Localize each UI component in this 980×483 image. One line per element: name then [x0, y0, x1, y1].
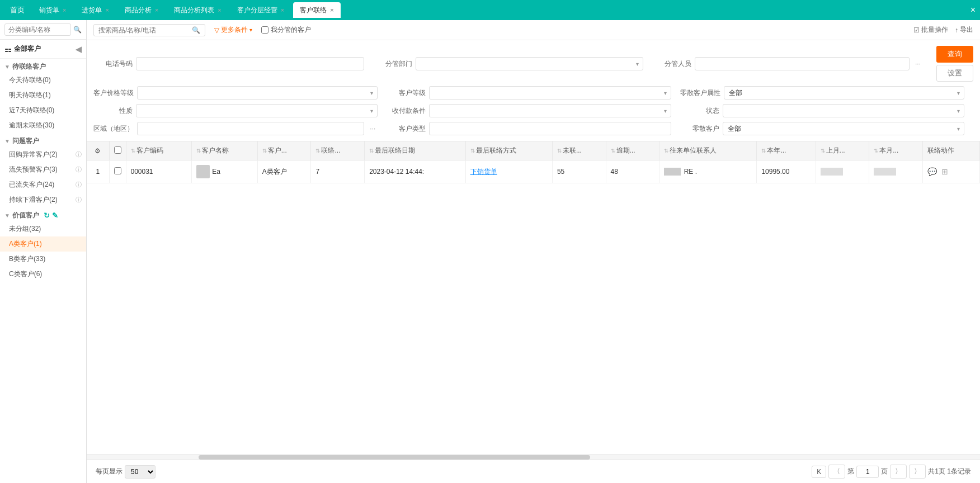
nav-tab-customer-segment[interactable]: 客户分层经营 × — [230, 2, 291, 18]
th-last-method[interactable]: ⇅最后联络方式 — [465, 141, 552, 160]
th-type[interactable]: ⇅客户... — [257, 141, 311, 160]
first-page-button[interactable]: K — [812, 466, 826, 478]
th-overdue[interactable]: ⇅逾期... — [606, 141, 659, 160]
chat-icon[interactable]: 💬 — [927, 167, 937, 176]
th-last-month[interactable]: ⇅上月... — [816, 141, 869, 160]
nav-tab-customer-contact[interactable]: 客户联络 × — [293, 2, 340, 18]
batch-icon: ☑ — [913, 26, 920, 34]
sort-icon: ⇅ — [369, 148, 374, 154]
th-no-contact[interactable]: ⇅未联... — [552, 141, 606, 160]
filter-customer-type-input[interactable] — [429, 122, 671, 135]
filter-label-region: 区域（地区） — [93, 124, 134, 134]
filter-customer-level-select[interactable] — [429, 86, 671, 100]
sidebar-item-overdue[interactable]: 逾期未联络(30) — [0, 118, 86, 133]
close-icon[interactable]: × — [330, 7, 333, 13]
more-dots-icon[interactable]: ··· — [368, 125, 378, 132]
sidebar-item-7days[interactable]: 近7天待联络(0) — [0, 103, 86, 118]
close-all-button[interactable]: × — [970, 5, 976, 15]
filter-price-level-select[interactable] — [137, 86, 378, 100]
sidebar-group-problem[interactable]: ▼ 问题客户 — [0, 133, 86, 147]
filter-cell-payment: 收付款条件 ▾ — [387, 104, 680, 117]
sidebar-item-repurchase-abnormal[interactable]: 回购异常客户(2) ⓘ — [0, 147, 86, 162]
th-last-date[interactable]: ⇅最后联络日期 — [365, 141, 466, 160]
nav-tab-purchase[interactable]: 进货单 × — [75, 2, 115, 18]
prev-page-button[interactable]: 〈 — [828, 465, 845, 479]
sidebar-item-c-class[interactable]: C类客户(6) — [0, 267, 86, 282]
th-contact-person[interactable]: ⇅往来单位联系人 — [659, 141, 757, 160]
th-year-amount[interactable]: ⇅本年... — [757, 141, 816, 160]
scrollbar-thumb[interactable] — [199, 455, 590, 460]
sidebar-item-declining[interactable]: 持续下滑客户(2) ⓘ — [0, 192, 86, 207]
search-icon[interactable]: 🔍 — [73, 26, 82, 34]
filter-person-input[interactable] — [695, 57, 910, 70]
settings-icon[interactable]: ⚙ — [95, 147, 101, 155]
close-icon[interactable]: × — [105, 7, 109, 13]
filter-nature-select[interactable] — [136, 104, 378, 117]
td-checkbox — [109, 160, 126, 183]
th-contact-count[interactable]: ⇅联络... — [311, 141, 365, 160]
filter-retail-select[interactable]: 全部 — [723, 122, 964, 135]
last-page-button[interactable]: 〉 — [909, 465, 926, 479]
nav-tab-analysis-list[interactable]: 商品分析列表 × — [167, 2, 228, 18]
td-code: 000031 — [126, 160, 192, 183]
more-filters-button[interactable]: ▽ 更多条件 ▾ — [210, 23, 257, 36]
sidebar-item-today[interactable]: 今天待联络(0) — [0, 73, 86, 88]
td-action: 💬 ⊞ — [922, 160, 979, 183]
search-input[interactable] — [98, 26, 190, 34]
sidebar-item-no-group[interactable]: 未分组(32) — [0, 221, 86, 236]
sidebar-item-a-class[interactable]: A类客户(1) — [0, 236, 86, 252]
close-icon[interactable]: × — [218, 7, 221, 13]
td-contact-person: RE . — [659, 160, 757, 183]
more-dots-icon[interactable]: ··· — [913, 60, 923, 68]
filter-phone-input[interactable] — [136, 57, 364, 70]
th-name[interactable]: ⇅客户名称 — [192, 141, 258, 160]
nav-tab-analysis[interactable]: 商品分析 × — [118, 2, 165, 18]
top-nav: 首页 销货单 × 进货单 × 商品分析 × 商品分析列表 × 客户分层经营 × … — [0, 0, 980, 20]
sidebar-group-pending[interactable]: ▼ 待联络客户 — [0, 59, 86, 73]
sidebar-item-churn-warning[interactable]: 流失预警客户(3) ⓘ — [0, 162, 86, 177]
customer-name-text: Ea — [212, 168, 220, 176]
grid-icon[interactable]: ⊞ — [941, 167, 948, 176]
th-code[interactable]: ⇅客户编码 — [126, 141, 192, 160]
sort-icon: ⇅ — [874, 148, 878, 154]
next-page-button[interactable]: 〉 — [890, 465, 907, 479]
edit-icon[interactable]: ✎ — [52, 211, 58, 220]
sidebar-item-churned[interactable]: 已流失客户(24) ⓘ — [0, 177, 86, 192]
settings-button[interactable]: 设置 — [936, 65, 973, 82]
sidebar-item-b-class[interactable]: B类客户(33) — [0, 252, 86, 267]
filter-region-input[interactable] — [137, 122, 364, 135]
filter-retail-attr-select[interactable]: 全部 — [724, 86, 964, 100]
search-icon[interactable]: 🔍 — [192, 26, 200, 34]
filter-payment-select[interactable] — [429, 104, 671, 117]
per-page-select[interactable]: 50 100 — [125, 465, 156, 479]
select-all-checkbox[interactable] — [114, 146, 121, 154]
nav-tab-sales[interactable]: 销货单 × — [32, 2, 73, 18]
close-icon[interactable]: × — [63, 7, 66, 13]
filter-label-customer-level: 客户等级 — [387, 88, 426, 98]
last-method-link[interactable]: 下销货单 — [470, 168, 497, 176]
row-checkbox[interactable] — [114, 167, 121, 174]
nav-home[interactable]: 首页 — [4, 3, 30, 17]
search-bar: 🔍 — [93, 24, 205, 36]
horizontal-scrollbar[interactable] — [87, 454, 980, 460]
filter-row-1: 电话号码 分管部门 ▾ 分管人员 ··· — [93, 46, 973, 82]
close-icon[interactable]: × — [281, 7, 284, 13]
sidebar-item-tomorrow[interactable]: 明天待联络(1) — [0, 88, 86, 103]
page-number-input[interactable] — [856, 466, 879, 478]
query-button[interactable]: 查询 — [936, 46, 973, 63]
close-icon[interactable]: × — [155, 7, 158, 13]
sidebar-group-value[interactable]: ▼ 价值客户 ↻ ✎ — [0, 207, 86, 221]
collapse-icon[interactable]: ◀ — [76, 45, 82, 54]
my-customers-checkbox-label[interactable]: 我分管的客户 — [261, 25, 311, 35]
th-this-month[interactable]: ⇅本月... — [869, 141, 923, 160]
filter-dept-select[interactable] — [416, 57, 644, 70]
export-button[interactable]: ↑ 导出 — [955, 25, 973, 35]
sidebar-search-input[interactable] — [4, 23, 71, 36]
batch-button[interactable]: ☑ 批量操作 — [913, 25, 948, 35]
triangle-icon: ▼ — [4, 64, 10, 70]
filter-status-select[interactable] — [723, 104, 964, 117]
my-customers-checkbox[interactable] — [261, 26, 268, 34]
all-customers-header[interactable]: ⚏ 全部客户 ◀ — [0, 40, 86, 59]
th-checkbox — [109, 141, 126, 160]
refresh-icon[interactable]: ↻ — [44, 211, 50, 220]
